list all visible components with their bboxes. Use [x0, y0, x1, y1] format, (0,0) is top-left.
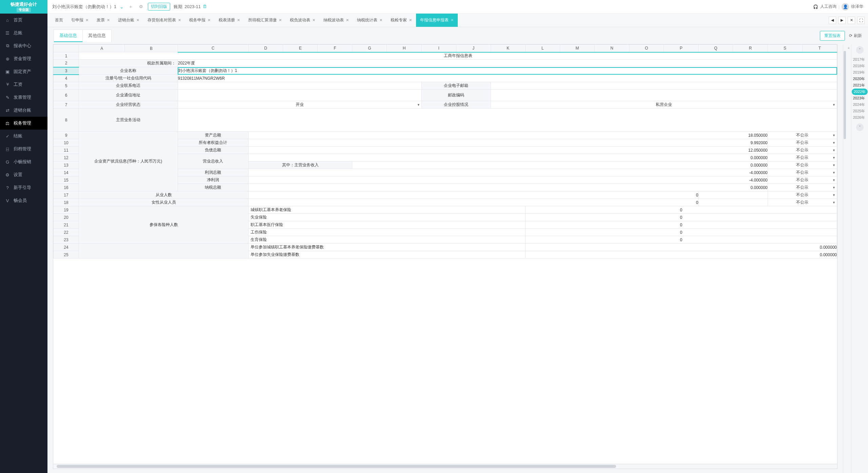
sidebar-item-home[interactable]: ⌂首页: [0, 14, 47, 26]
insurance-value-2[interactable]: 0: [525, 221, 837, 229]
fin-disc-4[interactable]: 不公示▼: [768, 169, 837, 176]
close-icon[interactable]: ✕: [237, 18, 240, 22]
insurance-value-0[interactable]: 0: [525, 206, 837, 214]
fin-disc-5[interactable]: 不公示▼: [768, 176, 837, 184]
tab-9[interactable]: 纳税波动表✕: [319, 14, 353, 27]
fin-disc-6[interactable]: 不公示▼: [768, 184, 837, 191]
row-6[interactable]: 6: [54, 90, 79, 101]
col-T[interactable]: T: [802, 45, 837, 52]
year-2025年[interactable]: 2025年: [852, 108, 868, 114]
base-value-0[interactable]: 0.000000: [525, 244, 837, 251]
regno-value[interactable]: 91320811MA7NGR2W6R: [178, 75, 837, 82]
calendar-icon[interactable]: 🗓: [203, 4, 207, 9]
fin-value-3[interactable]: 0.000000: [249, 154, 768, 162]
row-11[interactable]: 11: [54, 147, 79, 154]
fullscreen-icon[interactable]: ⛶: [857, 17, 865, 24]
year-2017年[interactable]: 2017年: [852, 56, 868, 63]
mainbiz-value[interactable]: [178, 109, 837, 132]
sidebar-item-archive[interactable]: ⌸归档管理: [0, 143, 47, 155]
year-2021年[interactable]: 2021年: [852, 82, 868, 89]
col-F[interactable]: F: [318, 45, 352, 52]
fin-value-1[interactable]: 9.992000: [249, 139, 768, 147]
postal-value[interactable]: [491, 90, 837, 101]
tab-2[interactable]: 发票✕: [93, 14, 114, 27]
close-icon[interactable]: ✕: [346, 18, 349, 22]
grid-corner[interactable]: [54, 45, 79, 52]
year-up-icon[interactable]: ˄: [856, 46, 864, 54]
col-C[interactable]: C: [178, 45, 248, 52]
tab-4[interactable]: 存货别名对照表✕: [143, 14, 185, 27]
collapse-year-panel-icon[interactable]: «: [846, 44, 851, 473]
tab-11[interactable]: 税检专家✕: [387, 14, 416, 27]
row-22[interactable]: 22: [54, 229, 79, 236]
female-disc[interactable]: 不公示▼: [768, 199, 837, 206]
consult-link[interactable]: 人工咨询: [820, 4, 836, 10]
row-15[interactable]: 15: [54, 176, 79, 184]
tab-scroll-left[interactable]: ◀: [829, 17, 836, 24]
status-select[interactable]: 开业▼: [178, 101, 421, 109]
spreadsheet[interactable]: ABCDEFGHIJKLMNOPQRST1工商年报信息表2税款所属期间：2022…: [53, 44, 837, 464]
col-E[interactable]: E: [283, 45, 318, 52]
sidebar-item-asset[interactable]: ▣固定资产: [0, 65, 47, 78]
account-dropdown-icon[interactable]: ⌄: [120, 4, 124, 10]
avatar[interactable]: 👤: [842, 3, 849, 11]
row-2[interactable]: 2: [54, 60, 79, 67]
col-Q[interactable]: Q: [698, 45, 733, 52]
sidebar-item-report[interactable]: ⧉报表中心: [0, 39, 47, 52]
subtab-1[interactable]: 其他信息: [83, 30, 111, 42]
fin-sub-disc[interactable]: 不公示▼: [768, 162, 837, 169]
fin-disc-2[interactable]: 不公示▼: [768, 147, 837, 154]
fin-value-6[interactable]: 0.000000: [249, 184, 768, 191]
col-M[interactable]: M: [560, 45, 594, 52]
vscroll-thumb[interactable]: [844, 51, 846, 139]
tab-3[interactable]: 进销台账✕: [114, 14, 143, 27]
sidebar-item-vip[interactable]: V畅会员: [0, 194, 47, 207]
subtab-0[interactable]: 基础信息: [54, 30, 83, 42]
col-R[interactable]: R: [733, 45, 768, 52]
year-2026年[interactable]: 2026年: [852, 114, 868, 121]
col-P[interactable]: P: [664, 45, 698, 52]
row-19[interactable]: 19: [54, 206, 79, 214]
row-14[interactable]: 14: [54, 169, 79, 176]
close-icon[interactable]: ✕: [136, 18, 139, 22]
tab-12[interactable]: 年报信息申报表✕: [416, 14, 458, 27]
year-2023年[interactable]: 2023年: [852, 95, 868, 101]
fin-value-2[interactable]: 12.050000: [249, 147, 768, 154]
col-O[interactable]: O: [629, 45, 664, 52]
sidebar-item-xiaochang[interactable]: G小畅报销: [0, 155, 47, 168]
close-icon[interactable]: ✕: [409, 18, 412, 22]
row-5[interactable]: 5: [54, 82, 79, 90]
year-down-icon[interactable]: ˅: [856, 124, 864, 131]
col-B[interactable]: B: [125, 45, 178, 52]
fin-sub-value[interactable]: 0.000000: [352, 162, 768, 169]
sidebar-item-ledger[interactable]: ☰总账: [0, 26, 47, 39]
fin-value-4[interactable]: -4.000000: [249, 169, 768, 176]
gear-icon[interactable]: ⚙: [138, 3, 144, 10]
row-17[interactable]: 17: [54, 191, 79, 199]
fin-disc-0[interactable]: 不公示▼: [768, 132, 837, 139]
tab-1[interactable]: 引申报✕: [67, 14, 93, 27]
fin-disc-3[interactable]: 不公示▼: [768, 154, 837, 162]
close-icon[interactable]: ✕: [178, 18, 181, 22]
col-L[interactable]: L: [525, 45, 560, 52]
employee-value[interactable]: 0: [249, 191, 698, 199]
col-K[interactable]: K: [491, 45, 525, 52]
tab-8[interactable]: 税负波动表✕: [286, 14, 319, 27]
tab-close-all[interactable]: ✕: [848, 17, 855, 24]
tab-10[interactable]: 纳税统计表✕: [353, 14, 387, 27]
close-icon[interactable]: ✕: [85, 18, 88, 22]
col-J[interactable]: J: [456, 45, 491, 52]
headset-icon[interactable]: 🎧: [813, 4, 818, 9]
col-A[interactable]: A: [79, 45, 125, 52]
row-21[interactable]: 21: [54, 221, 79, 229]
close-icon[interactable]: ✕: [208, 18, 211, 22]
row-13[interactable]: 13: [54, 162, 79, 169]
sidebar-item-guide[interactable]: ?新手引导: [0, 181, 47, 194]
year-2018年[interactable]: 2018年: [852, 63, 868, 69]
row-10[interactable]: 10: [54, 139, 79, 147]
add-icon[interactable]: ＋: [127, 3, 134, 11]
female-value[interactable]: 0: [249, 199, 698, 206]
sidebar-item-tax[interactable]: ⚖税务管理: [0, 117, 47, 130]
switch-old-version-button[interactable]: 切到旧版: [148, 3, 170, 11]
tax-period-value[interactable]: 2022年度: [178, 60, 837, 67]
